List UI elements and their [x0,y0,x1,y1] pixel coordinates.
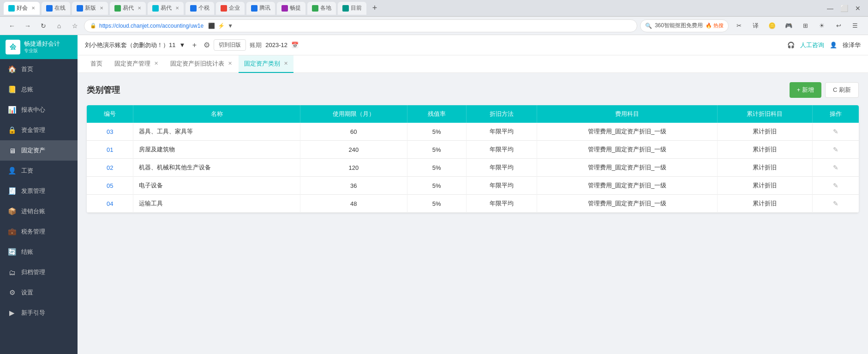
address-text: https://cloud.chanjet.com/accounting/uw1… [99,23,204,29]
sidebar-item-fund[interactable]: 🔒 资金管理 [0,120,78,140]
row2-edit-icon[interactable]: ✎ [833,164,838,171]
row4-action[interactable]: ✎ [812,195,859,213]
maximize-btn[interactable]: ⬜ [838,2,850,15]
th-depreciation: 累计折旧科目 [717,105,812,123]
table-row: 01 房屋及建筑物 240 5% 年限平均 管理费用_固定资产折旧_一级 累计折… [87,141,859,159]
support-label[interactable]: 人工咨询 [800,41,824,49]
row0-depreciation: 累计折旧 [717,123,812,141]
back-btn[interactable]: ← [6,19,18,32]
browser-tab-7[interactable]: 腾讯 [246,2,275,15]
tab-close-4[interactable]: ✕ [175,6,179,11]
reload-btn[interactable]: ↻ [37,19,50,32]
sidebar-item-fixed[interactable]: 🖥 固定资产 [0,140,78,161]
row3-depreciation: 累计折旧 [717,177,812,195]
game-btn[interactable]: 🎮 [781,19,796,32]
sidebar-label-invoice: 发票管理 [21,187,45,195]
tab-depreciation-close[interactable]: ✕ [228,60,232,66]
settings-btn[interactable]: ⚙ [204,41,210,49]
sidebar-label-home: 首页 [21,65,33,73]
sidebar-item-tax[interactable]: 💼 税务管理 [0,222,78,242]
tab-label-7: 腾讯 [259,4,270,12]
page-tab-home[interactable]: 首页 [85,55,108,73]
browser-tab-2[interactable]: 新版 ✕ [72,2,108,15]
sidebar-logo: 会 畅捷通好会计 专业版 [0,35,78,59]
browser-tab-3[interactable]: 易代 ✕ [110,2,146,15]
close-btn[interactable]: ✕ [851,2,864,15]
refresh-btn[interactable]: C 刷新 [825,82,859,98]
sidebar-item-settings[interactable]: ⚙ 设置 [0,282,78,303]
tab-label-4: 易代 [161,4,172,12]
browser-tab-5[interactable]: 个税 [186,2,214,15]
browser-tab-10[interactable]: 目前 [338,2,366,15]
sidebar-item-stock[interactable]: 📦 进销台账 [0,201,78,222]
row4-expense: 管理费用_固定资产折旧_一级 [537,195,717,213]
browser-tab-1[interactable]: 在线 [42,2,70,15]
sidebar-item-close[interactable]: 🔄 结账 [0,242,78,262]
ssl-icon: 🔒 [90,23,96,29]
browser-tab-9[interactable]: 各地 [307,2,336,15]
home-icon: 🏠 [7,65,17,74]
row4-name: 运输工具 [133,195,300,213]
new-tab-btn[interactable]: + [368,2,381,15]
th-action: 操作 [812,105,859,123]
sidebar-label-salary: 工资 [21,167,33,175]
sidebar-item-report[interactable]: 📊 报表中心 [0,100,78,120]
bookmark-btn[interactable]: ☆ [68,19,81,32]
switch-version-btn[interactable]: 切到旧版 [214,39,246,51]
row3-months: 36 [300,177,407,195]
tab-category-close[interactable]: ✕ [284,60,288,66]
coin-btn[interactable]: 🪙 [765,19,779,32]
menu-btn[interactable]: ☰ [848,19,862,32]
scissors-btn[interactable]: ✂ [731,19,746,32]
tab-icon-8 [281,5,288,12]
row2-name: 机器、机械和其他生产设备 [133,159,300,177]
stock-icon: 📦 [7,207,17,216]
page-tab-depreciation[interactable]: 固定资产折旧统计表 ✕ [165,55,238,73]
row3-edit-icon[interactable]: ✎ [833,182,838,189]
minimize-btn[interactable]: — [824,2,837,15]
sidebar-item-ledger[interactable]: 📒 总账 [0,79,78,100]
row2-action[interactable]: ✎ [812,159,859,177]
sidebar-item-invoice[interactable]: 🧾 发票管理 [0,181,78,201]
add-btn[interactable]: + 新增 [790,82,821,98]
undo-btn[interactable]: ↩ [831,19,846,32]
sidebar-label-settings: 设置 [21,288,33,297]
tab-close-2[interactable]: ✕ [100,6,103,11]
grid-btn[interactable]: ⊞ [798,19,813,32]
row1-edit-icon[interactable]: ✎ [833,146,838,153]
row1-action[interactable]: ✎ [812,141,859,159]
tab-close-btn[interactable]: ✕ [31,6,35,11]
sidebar-label-close: 结账 [21,248,33,256]
row4-edit-icon[interactable]: ✎ [833,200,838,207]
row0-action[interactable]: ✎ [812,123,859,141]
browser-tab-4[interactable]: 易代 ✕ [148,2,184,15]
row1-rate: 5% [407,141,466,159]
tab-fixed-mgr-close[interactable]: ✕ [154,60,158,66]
sidebar-item-archive[interactable]: 🗂 归档管理 [0,262,78,282]
dropdown-icon[interactable]: ▼ [227,23,233,29]
address-bar[interactable]: 🔒 https://cloud.chanjet.com/accounting/u… [84,19,637,32]
sidebar-item-salary[interactable]: 👤 工资 [0,161,78,181]
search-bar[interactable]: 🔍 360智能抠图免费用 🔥 热搜 [640,19,729,32]
sidebar-item-guide[interactable]: ▶ 新手引导 [0,303,78,323]
browser-tab-6[interactable]: 企业 [216,2,245,15]
calendar-icon[interactable]: 📅 [291,42,299,48]
row0-edit-icon[interactable]: ✎ [833,128,838,135]
browser-tab-active[interactable]: 好会 ✕ [4,2,40,15]
row3-action[interactable]: ✎ [812,177,859,195]
tab-close-3[interactable]: ✕ [138,6,141,11]
translate-btn[interactable]: 译 [748,19,763,32]
sun-btn[interactable]: ☀ [814,19,829,32]
tab-icon-3 [114,5,121,12]
sidebar-item-home[interactable]: 🏠 首页 [0,59,78,79]
account-dropdown-icon[interactable]: ▼ [179,42,185,48]
sidebar-logo-info: 畅捷通好会计 专业版 [24,40,60,54]
forward-btn[interactable]: → [21,19,34,32]
page-tab-category[interactable]: 固定资产类别 ✕ [239,55,293,73]
browser-tab-8[interactable]: 畅提 [277,2,305,15]
row0-method: 年限平均 [466,123,537,141]
home-btn[interactable]: ⌂ [53,19,66,32]
add-account-btn[interactable]: + [189,40,200,51]
category-table: 编号 名称 使用期限（月） 残值率 折旧方法 费用科目 累计折旧科目 操作 03… [87,105,859,213]
page-tab-fixed-mgr[interactable]: 固定资产管理 ✕ [109,55,164,73]
